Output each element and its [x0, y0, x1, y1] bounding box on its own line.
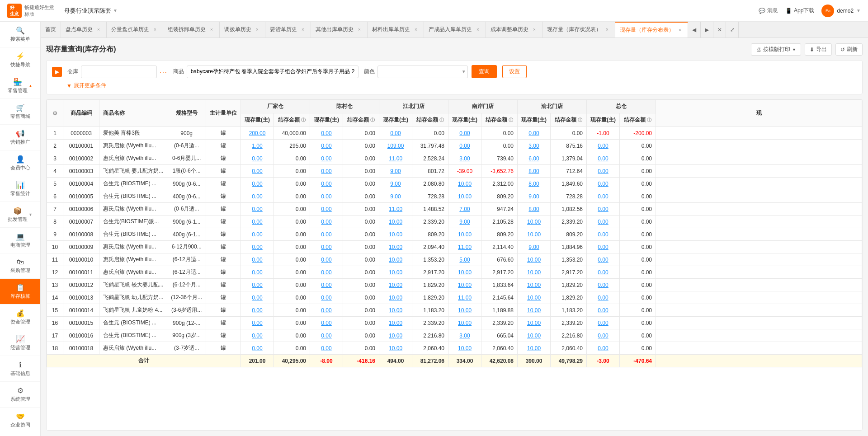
na-amt-info[interactable]: ⓘ — [509, 117, 513, 122]
sidebar-item-members[interactable]: 👤 会员中心 — [0, 150, 40, 176]
tab-close-material-out[interactable]: × — [413, 27, 419, 33]
dropdown-icon[interactable]: ▼ — [113, 8, 118, 13]
th-gear[interactable]: ⚙ — [47, 100, 63, 127]
tab-sub-check[interactable]: 分量盘点单历史 × — [107, 22, 163, 38]
tabs-bar: 首页 盘点单历史 × 分量盘点单历史 × 组装拆卸单历史 × 调拨单历史 × — [41, 22, 868, 38]
tab-inventory-check[interactable]: 盘点单历史 × — [61, 22, 107, 38]
table-row: 700100006惠氏启旅 (Wyeth illu...(0-6月适...罐0.… — [47, 203, 862, 216]
expand-toggle[interactable]: ▶ — [52, 67, 62, 77]
warehouse-field: 仓库 ··· — [67, 66, 168, 78]
th-code: 商品编码 — [63, 100, 99, 127]
tab-close-other-out[interactable]: × — [356, 27, 363, 33]
user-area[interactable]: Ea demo2 ▼ — [821, 5, 861, 17]
print-icon: 🖨 — [756, 47, 761, 53]
collab-icon: 🤝 — [2, 412, 38, 421]
sidebar-item-operations[interactable]: 📈 经营管理 — [0, 330, 40, 356]
members-icon: 👤 — [2, 155, 38, 164]
sidebar-item-wholesale[interactable]: 📦 批发管理 ▼ — [0, 202, 40, 228]
tab-stock-dist[interactable]: 现存量（库存分布表） × — [615, 22, 688, 38]
print-btn[interactable]: 🖨 按模版打印 ▼ — [751, 43, 801, 56]
warehouse-dots-btn[interactable]: ··· — [160, 68, 168, 75]
sidebar-item-marketing[interactable]: 📢 营销推广 — [0, 125, 40, 150]
tab-close-order[interactable]: × — [300, 27, 306, 33]
goods-input[interactable] — [187, 66, 359, 78]
basic-info-icon: ℹ — [2, 361, 38, 369]
search-row: ▶ 仓库 ··· 商品 颜色 ▼ — [52, 65, 857, 78]
sidebar-item-search[interactable]: 🔍 搜索英单 — [0, 22, 40, 47]
refresh-icon: ↺ — [840, 47, 845, 53]
goods-field: 商品 — [173, 66, 359, 78]
sidebar-item-collab[interactable]: 🤝 企业协同 — [0, 408, 40, 433]
summary-row: 合计201.0040,295.00-8.00-416.16494.0081,27… — [47, 355, 862, 367]
export-btn[interactable]: ⬇ 导出 — [805, 43, 832, 56]
gear-icon[interactable]: ⚙ — [52, 110, 57, 117]
tab-transfer[interactable]: 调拨单历史 × — [220, 22, 265, 38]
tab-prev-btn[interactable]: ◀ — [688, 22, 701, 38]
sidebar-item-finance[interactable]: 💰 资金管理 — [0, 305, 40, 330]
tab-next-btn[interactable]: ▶ — [701, 22, 713, 38]
warehouse-input[interactable] — [81, 66, 157, 78]
tab-home[interactable]: 首页 — [41, 22, 61, 38]
tab-material-out[interactable]: 材料出库单历史 × — [368, 22, 424, 38]
tab-close-all-btn[interactable]: ✕ — [713, 22, 726, 38]
jb-amt-info[interactable]: ⓘ — [439, 117, 444, 122]
tab-fullscreen-btn[interactable]: ⤢ — [726, 22, 739, 38]
sidebar-item-retail-stats[interactable]: 📊 零售统计 — [0, 176, 40, 202]
message-btn[interactable]: 💬 消息 — [759, 7, 778, 14]
tab-close-stock-status[interactable]: × — [604, 27, 610, 33]
query-btn[interactable]: 查询 — [472, 65, 497, 78]
tab-close-transfer[interactable]: × — [254, 27, 260, 33]
sidebar-item-mall[interactable]: 🛒 零售商城 — [0, 99, 40, 125]
table-container: ⚙ 商品编码 商品名称 规格型号 主计量单位 厂家仓 陈村仓 江北门店 南岸门店… — [46, 99, 863, 431]
th-cf-amt: 结存金额 ⓘ — [274, 113, 310, 127]
tab-close-stock-dist[interactable]: × — [677, 27, 683, 33]
tab-assemble[interactable]: 组装拆卸单历史 × — [163, 22, 220, 38]
nav-icon: ⚡ — [2, 52, 38, 61]
inventory-icon: 📋 — [2, 283, 38, 292]
cc-amt-info[interactable]: ⓘ — [370, 117, 375, 122]
setting-btn[interactable]: 设置 — [502, 65, 527, 78]
table-row: 200100001惠氏启旅 (Wyeth illu...(0-6月适...罐1.… — [47, 140, 862, 152]
sidebar-item-nav[interactable]: ⚡ 快捷导航 — [0, 47, 40, 73]
logo-icon: 好生意 — [7, 4, 22, 18]
refresh-btn[interactable]: ↺ 刷新 — [835, 43, 863, 56]
sidebar-item-system[interactable]: ⚙ 系统管理 — [0, 382, 40, 408]
table-row: 1700100016合生元 (BIOSTIME) ...900g (3岁...罐… — [47, 329, 862, 342]
summary-label: 合计 — [47, 355, 241, 367]
tab-close-sub-check[interactable]: × — [152, 27, 158, 33]
th-group-na: 南岸门店 — [448, 100, 518, 113]
user-name: demo2 — [837, 8, 854, 14]
tab-stock-status[interactable]: 现存量（库存状况表） × — [542, 22, 615, 38]
tab-product-in[interactable]: 产成品入库单历史 × — [424, 22, 486, 38]
company-dropdown[interactable]: 母婴行业演示陈套 ▼ — [64, 7, 118, 15]
table-row: 10000003爱他美 盲棒3段900g罐200.0040,000.000.00… — [47, 127, 862, 140]
tab-cost-adjust[interactable]: 成本调整单历史 × — [486, 22, 542, 38]
th-current: 现 — [656, 100, 862, 127]
wholesale-icon: 📦 — [8, 206, 28, 215]
table-row: 1200100011惠氏启旅 (Wyeth illu...(6-12月适...罐… — [47, 266, 862, 279]
color-dropdown-icon[interactable]: ▼ — [462, 69, 466, 74]
sidebar-item-purchase[interactable]: 🛍 采购管理 — [0, 253, 40, 279]
color-label: 颜色 — [364, 68, 375, 75]
logo-area: 好生意 畅捷通好生意 标版 母婴行业演示陈套 ▼ — [7, 4, 118, 18]
sidebar-item-ecom[interactable]: 💻 电商管理 — [0, 228, 40, 253]
tab-close-cost-adjust[interactable]: × — [531, 27, 538, 33]
yb-amt-info[interactable]: ⓘ — [578, 117, 582, 122]
sidebar-item-retail[interactable]: 🏪 零售管理 ▲ — [0, 73, 40, 99]
tab-close-assemble[interactable]: × — [208, 27, 215, 33]
th-group-yb: 渝北门店 — [518, 100, 587, 113]
sidebar-item-basic-info[interactable]: ℹ 基础信息 — [0, 356, 40, 382]
sidebar-item-inventory[interactable]: 📋 库存核算 — [0, 279, 40, 305]
app-download-btn[interactable]: 📱 App下载 — [785, 7, 814, 14]
cf-amt-info[interactable]: ⓘ — [301, 117, 306, 122]
tab-close-product-in[interactable]: × — [475, 27, 481, 33]
table-row: 500100004合生元 (BIOSTIME) ...900g (0-6...罐… — [47, 178, 862, 190]
tab-close-inventory-check[interactable]: × — [95, 27, 102, 33]
color-input[interactable] — [377, 66, 468, 78]
expand-conditions-btn[interactable]: ▼ 展开更多条件 — [66, 82, 857, 89]
table-row: 1600100015合生元 (BIOSTIME) ...900g (12-...… — [47, 317, 862, 329]
sidebar-item-guide[interactable]: 🎯 新手引导 — [0, 433, 40, 436]
total-amt-info[interactable]: ⓘ — [647, 117, 651, 122]
tab-other-out[interactable]: 其他出库单历史 × — [311, 22, 368, 38]
tab-order[interactable]: 要货单历史 × — [265, 22, 311, 38]
